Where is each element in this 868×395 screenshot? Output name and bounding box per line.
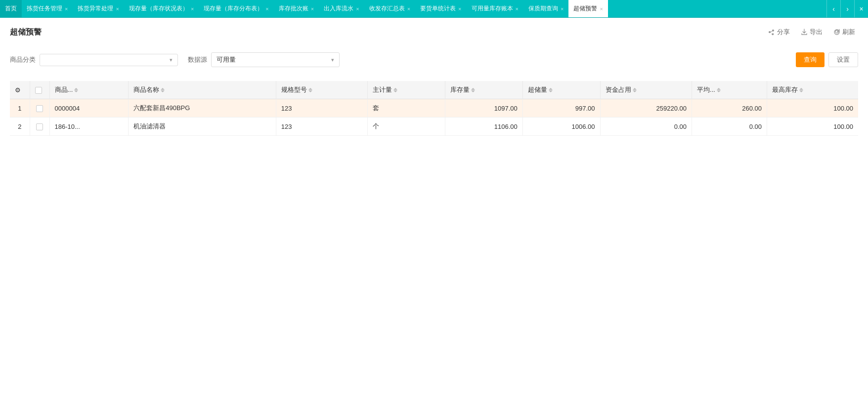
nav-arrows: ‹ › × [826,0,868,17]
page-title: 超储预警 [10,27,42,38]
nav-label-overstock-warning: 超储预警 [573,4,597,13]
nav-item-task-mgmt[interactable]: 拣货任务管理 × [22,0,73,17]
datasource-select-value: 可用量 [217,55,236,64]
nav-item-abnormal[interactable]: 拣货异常处理 × [73,0,124,17]
nav-item-collect-send[interactable]: 收发存汇总表 × [364,0,415,17]
page-actions: 分享 导出 刷新 [765,26,858,39]
category-select[interactable]: ▾ [40,54,178,66]
sort-icon-product-code [74,88,78,92]
query-button[interactable]: 查询 [796,52,825,67]
col-header-spec[interactable]: 规格型号 [276,81,368,99]
nav-label-task-mgmt: 拣货任务管理 [27,4,62,13]
row-index: 1 [10,99,30,118]
nav-arrow-right[interactable]: › [840,0,854,17]
nav-close-available-account[interactable]: × [516,6,519,12]
select-all-checkbox[interactable] [35,87,42,94]
nav-bar: 首页 拣货任务管理 × 拣货异常处理 × 现存量（库存状况表） × 现存量（库存… [0,0,868,18]
row-stock: 1106.00 [445,118,522,136]
col-header-max-stock[interactable]: 最高库存 [767,81,858,99]
col-header-unit[interactable]: 主计量 [368,81,445,99]
nav-close-quality-period[interactable]: × [561,6,564,12]
row-capital: 259220.00 [600,99,692,118]
row-checkbox-cell[interactable] [30,118,49,136]
col-header-product-name[interactable]: 商品名称 [129,81,276,99]
nav-label-quality-period: 保质期查询 [528,4,558,13]
nav-close-overstock-warning[interactable]: × [600,6,603,12]
row-checkbox-cell[interactable] [30,99,49,118]
settings-button[interactable]: 设置 [828,52,858,67]
nav-close-order-stats[interactable]: × [458,6,461,12]
nav-label-home: 首页 [5,4,17,13]
row-unit: 个 [368,118,445,136]
sort-icon-overstock [549,88,553,92]
row-index: 2 [10,118,30,136]
nav-arrow-close[interactable]: × [854,0,868,17]
sort-icon-stock [471,88,475,92]
category-filter: 商品分类 ▾ [10,54,178,66]
nav-close-task-mgmt[interactable]: × [65,6,68,12]
nav-label-inventory-status: 现存量（库存状况表） [129,4,188,13]
row-spec: 123 [276,118,368,136]
nav-arrow-left[interactable]: ‹ [826,0,840,17]
row-overstock: 997.00 [522,99,600,118]
nav-close-inventory-dist[interactable]: × [265,6,268,12]
col-overstock-label: 超储量 [528,85,547,94]
col-header-capital[interactable]: 资金占用 [600,81,692,99]
nav-item-inout-flow[interactable]: 出入库流水 × [319,0,364,17]
nav-item-home[interactable]: 首页 [0,0,22,17]
row-capital: 0.00 [600,118,692,136]
nav-close-abnormal[interactable]: × [116,6,119,12]
nav-close-collect-send[interactable]: × [407,6,410,12]
refresh-button[interactable]: 刷新 [830,26,858,39]
nav-label-order-stats: 要货单统计表 [420,4,456,13]
col-product-name-label: 商品名称 [133,85,159,94]
nav-item-inventory-dist[interactable]: 现存量（库存分布表） × [199,0,273,17]
nav-item-order-stats[interactable]: 要货单统计表 × [415,0,466,17]
row-spec: 123 [276,99,368,118]
category-dropdown-icon: ▾ [170,57,173,63]
filter-bar: 商品分类 ▾ 数据源 可用量 ▾ 查询 设置 [10,46,858,73]
gear-icon: ⚙ [15,86,21,94]
share-icon [768,29,775,36]
col-product-code-label: 商品... [55,85,73,94]
nav-label-collect-send: 收发存汇总表 [369,4,405,13]
col-header-gear[interactable]: ⚙ [10,81,30,99]
col-capital-label: 资金占用 [606,85,631,94]
export-icon [801,29,808,36]
row-unit: 套 [368,99,445,118]
sort-icon-avg [717,88,721,92]
col-unit-label: 主计量 [373,85,392,94]
nav-close-inout-flow[interactable]: × [356,6,359,12]
nav-close-batch-account[interactable]: × [311,6,314,12]
nav-item-batch-account[interactable]: 库存批次账 × [274,0,319,17]
sort-icon-max-stock [799,88,803,92]
col-avg-label: 平均... [697,85,715,94]
datasource-dropdown-icon: ▾ [331,57,334,63]
datasource-select[interactable]: 可用量 ▾ [211,52,340,67]
col-header-checkbox[interactable] [30,81,49,99]
row-product-name: 机油滤清器 [129,118,276,136]
sort-icon-product-name [161,88,165,92]
nav-item-inventory-status[interactable]: 现存量（库存状况表） × [124,0,199,17]
nav-label-batch-account: 库存批次账 [279,4,308,13]
sort-icon-spec [308,88,312,92]
row-max-stock: 100.00 [767,118,858,136]
col-header-stock[interactable]: 库存量 [445,81,522,99]
col-header-avg[interactable]: 平均... [692,81,767,99]
col-header-product-code[interactable]: 商品... [49,81,129,99]
row-checkbox[interactable] [36,123,43,130]
datasource-filter: 数据源 可用量 ▾ [188,52,340,67]
row-checkbox[interactable] [36,105,43,112]
share-button[interactable]: 分享 [765,26,793,39]
table-row: 1 0000004 六配套新昌490BPG 123 套 1097.00 997.… [10,99,858,118]
row-product-code: 186-10... [49,118,129,136]
col-header-overstock[interactable]: 超储量 [522,81,600,99]
nav-item-overstock-warning[interactable]: 超储预警 × [568,0,608,17]
export-button[interactable]: 导出 [798,26,825,39]
sort-icon-unit [393,88,397,92]
nav-close-inventory-status[interactable]: × [191,6,194,12]
nav-item-quality-period[interactable]: 保质期查询 × [523,0,568,17]
datasource-label: 数据源 [188,55,207,64]
nav-item-available-account[interactable]: 可用量库存账本 × [467,0,523,17]
filter-actions: 查询 设置 [796,52,858,67]
